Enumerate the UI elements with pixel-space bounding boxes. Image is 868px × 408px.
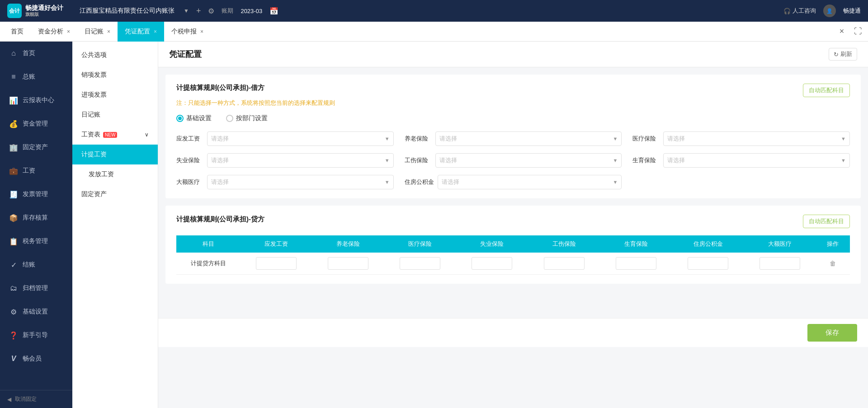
- sidebar-item-home-label: 首页: [23, 49, 35, 57]
- input-salary[interactable]: [256, 257, 297, 270]
- left-nav-sales-invoice[interactable]: 销项发票: [72, 65, 158, 85]
- left-nav-fixed-assets[interactable]: 固定资产: [72, 184, 158, 204]
- radio-basic-circle: [176, 115, 184, 122]
- left-nav-payroll-table-label: 工资表: [81, 131, 100, 139]
- refresh-icon: ↻: [834, 51, 839, 58]
- debit-section: 计提核算规则(公司承担)-借方 自动匹配科目 注：只能选择一种方式，系统将按照您…: [165, 75, 861, 198]
- tab-journal[interactable]: 日记账 ×: [77, 22, 118, 42]
- input-large-medical[interactable]: [760, 257, 800, 270]
- sidebar-item-tax[interactable]: 📋 税务管理: [0, 230, 72, 253]
- tab-home[interactable]: 首页: [4, 22, 31, 42]
- closing-icon: ✓: [9, 261, 18, 269]
- close-voucher-config-icon[interactable]: ×: [154, 28, 157, 35]
- cell-salary: [240, 253, 312, 275]
- cell-large-medical: [744, 253, 816, 275]
- left-nav-purchase-invoice[interactable]: 进项发票: [72, 85, 158, 105]
- close-all-button[interactable]: ×: [835, 25, 848, 38]
- sidebar-item-payroll[interactable]: 💼 工资: [0, 159, 72, 183]
- salary-placeholder: 请选择: [211, 135, 229, 143]
- radio-basic-setting[interactable]: 基础设置: [176, 114, 212, 122]
- left-nav-public[interactable]: 公共选项: [72, 45, 158, 65]
- injury-arrow-icon: ▼: [613, 158, 618, 163]
- settings-icon[interactable]: ⚙: [208, 7, 214, 15]
- debit-form-grid: 应发工资 请选择 ▼ 养老保险 请选择 ▼: [176, 131, 850, 189]
- delete-row-icon[interactable]: 🗑: [830, 260, 836, 267]
- sidebar-item-invoice[interactable]: 🧾 发票管理: [0, 183, 72, 206]
- left-nav-issue-payroll[interactable]: 发放工资: [72, 164, 158, 184]
- pension-select[interactable]: 请选择 ▼: [435, 131, 622, 146]
- housing-fund-select[interactable]: 请选择 ▼: [438, 175, 622, 189]
- sidebar-item-guide[interactable]: ❓ 新手引导: [0, 324, 72, 347]
- input-maternity[interactable]: [616, 257, 656, 270]
- inventory-icon: 📦: [9, 214, 18, 222]
- refresh-label: 刷新: [840, 50, 852, 58]
- auto-match-debit-button[interactable]: 自动匹配科目: [803, 84, 850, 97]
- calendar-icon[interactable]: 📅: [269, 7, 278, 15]
- archive-icon: 🗂: [9, 284, 18, 292]
- input-pension[interactable]: [328, 257, 368, 270]
- maternity-select[interactable]: 请选择 ▼: [663, 153, 850, 168]
- sidebar-item-capital[interactable]: 💰 资金管理: [0, 112, 72, 136]
- sidebar-item-assets[interactable]: 🏢 固定资产: [0, 136, 72, 159]
- sidebar-item-reports[interactable]: 📊 云报表中心: [0, 89, 72, 112]
- sidebar-item-ledger[interactable]: ≡ 总账: [0, 65, 72, 89]
- input-unemployment[interactable]: [472, 257, 512, 270]
- injury-select[interactable]: 请选择 ▼: [435, 153, 622, 168]
- user-name: 畅捷通: [843, 7, 861, 15]
- field-unemployment: 失业保险 请选择 ▼: [176, 153, 394, 168]
- sidebar-item-home[interactable]: ⌂ 首页: [0, 42, 72, 65]
- auto-match-credit-button[interactable]: 自动匹配科目: [803, 215, 850, 228]
- payroll-icon: 💼: [9, 167, 18, 175]
- close-capital-icon[interactable]: ×: [67, 28, 70, 35]
- salary-arrow-icon: ▼: [385, 136, 390, 141]
- tab-journal-label: 日记账: [85, 28, 104, 36]
- tab-capital[interactable]: 资金分析 ×: [31, 22, 77, 42]
- sidebar-item-tax-label: 税务管理: [23, 237, 48, 245]
- field-housing-fund: 住房公积金 请选择 ▼: [405, 175, 622, 189]
- input-medical[interactable]: [400, 257, 440, 270]
- close-journal-icon[interactable]: ×: [107, 28, 110, 35]
- medical-select[interactable]: 请选择 ▼: [663, 131, 850, 146]
- top-bar-right: 🎧 人工咨询 👤 畅捷通: [783, 5, 861, 17]
- left-nav-journal[interactable]: 日记账: [72, 105, 158, 125]
- sidebar-item-archive[interactable]: 🗂 归档管理: [0, 277, 72, 300]
- save-button[interactable]: 保存: [807, 324, 857, 342]
- radio-department-circle: [226, 115, 233, 122]
- add-button[interactable]: +: [196, 6, 201, 16]
- left-nav-payroll-table[interactable]: 工资表 NEW ∨: [72, 125, 158, 145]
- housing-fund-arrow-icon: ▼: [613, 179, 618, 185]
- sidebar-item-reports-label: 云报表中心: [23, 96, 54, 104]
- input-housing[interactable]: [688, 257, 728, 270]
- debit-notice: 注：只能选择一种方式，系统将按照您当前的选择来配置规则: [176, 99, 850, 107]
- sidebar-item-settings[interactable]: ⚙ 基础设置: [0, 300, 72, 324]
- salary-select[interactable]: 请选择 ▼: [207, 131, 394, 146]
- sidebar-item-closing[interactable]: ✓ 结账: [0, 253, 72, 277]
- left-nav-accrue-payroll[interactable]: 计提工资: [72, 145, 158, 164]
- tab-tax[interactable]: 个税申报 ×: [164, 22, 211, 42]
- company-chevron-icon[interactable]: ▼: [184, 8, 189, 14]
- close-tax-icon[interactable]: ×: [200, 28, 203, 35]
- expand-button[interactable]: ⛶: [852, 25, 864, 38]
- sidebar-item-invoice-label: 发票管理: [23, 190, 48, 198]
- large-medical-select[interactable]: 请选择 ▼: [207, 175, 394, 189]
- col-medical: 医疗保险: [384, 235, 456, 253]
- settings-nav-icon: ⚙: [9, 308, 18, 316]
- maternity-arrow-icon: ▼: [841, 158, 846, 163]
- sidebar-item-payroll-label: 工资: [23, 167, 35, 175]
- col-pension: 养老保险: [312, 235, 384, 253]
- radio-department-setting[interactable]: 按部门设置: [226, 114, 268, 122]
- input-injury[interactable]: [544, 257, 585, 270]
- sidebar-item-inventory[interactable]: 📦 库存核算: [0, 206, 72, 230]
- tab-voucher-config[interactable]: 凭证配置 ×: [118, 22, 164, 42]
- field-salary: 应发工资 请选择 ▼: [176, 131, 394, 146]
- tab-voucher-config-label: 凭证配置: [125, 28, 150, 36]
- col-subject: 科目: [176, 235, 240, 253]
- refresh-button[interactable]: ↻ 刷新: [829, 48, 857, 61]
- field-injury: 工伤保险 请选择 ▼: [405, 153, 622, 168]
- guide-icon: ❓: [9, 331, 18, 340]
- sidebar-item-member[interactable]: V 畅会员: [0, 347, 72, 370]
- radio-department-label: 按部门设置: [236, 114, 268, 122]
- service-button[interactable]: 🎧 人工咨询: [783, 7, 816, 15]
- cancel-fixed-button[interactable]: ◀ 取消固定: [0, 390, 72, 408]
- unemployment-select[interactable]: 请选择 ▼: [207, 153, 394, 168]
